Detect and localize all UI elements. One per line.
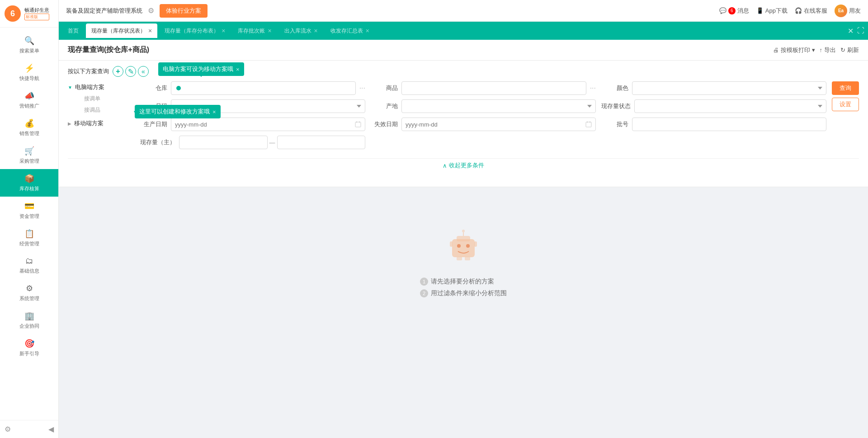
empty-state: 1 请先选择要分析的方案 2 用过滤条件来缩小分析范围 <box>59 187 868 337</box>
stock-status-select[interactable] <box>634 99 826 113</box>
add-scheme-button[interactable]: + <box>113 66 123 77</box>
svg-rect-1 <box>457 236 470 241</box>
filter-row-3: 生产日期 失效日期 批号 <box>140 118 826 131</box>
collapse-sidebar-icon[interactable]: ◀ <box>48 425 54 433</box>
tab-batch[interactable]: 库存批次账 × <box>232 24 277 38</box>
goods-input[interactable] <box>401 81 586 95</box>
tab-close-inout[interactable]: × <box>314 27 318 34</box>
guide-icon: 🎯 <box>24 339 34 349</box>
sidebar-item-enterprise[interactable]: 🏢 企业协同 <box>0 306 58 334</box>
filter-batch: 批号 <box>601 118 826 131</box>
tab-home[interactable]: 首页 <box>62 24 84 38</box>
filter-expire-date: 失效日期 <box>371 118 596 131</box>
experience-button[interactable]: 体验行业方案 <box>160 4 208 18</box>
sidebar-item-operation[interactable]: 📋 经营管理 <box>0 224 58 252</box>
main-area: 装备及固定资产辅助管理系统 ⚙ 体验行业方案 💬 6 消息 📱 App下载 🎧 … <box>59 0 868 438</box>
batch-input[interactable] <box>632 118 826 131</box>
tooltip-scheme-close[interactable]: × <box>236 66 240 73</box>
filter-btn-group: + ✎ « <box>113 66 149 77</box>
tooltip-create-close[interactable]: × <box>212 108 216 115</box>
search-button[interactable]: 查询 <box>832 81 859 95</box>
scheme-mobile[interactable]: ▶ 移动端方案 <box>68 118 131 129</box>
stock-qty-min[interactable] <box>179 136 268 149</box>
online-service-item[interactable]: 🎧 在线客服 <box>795 7 827 15</box>
origin-label: 产地 <box>371 102 398 110</box>
batch-label: 批号 <box>601 120 628 128</box>
tooltip-scheme: 电脑方案可设为移动方案哦 × <box>158 62 244 76</box>
message-icon: 💬 <box>719 7 726 14</box>
printer-icon: 🖨 <box>773 47 779 53</box>
edit-scheme-button[interactable]: ✎ <box>125 66 136 77</box>
goods-label: 商品 <box>371 84 398 92</box>
sidebar-item-system[interactable]: ⚙ 系统管理 <box>0 279 58 306</box>
sidebar-item-guide[interactable]: 🎯 新手引导 <box>0 334 58 362</box>
quick-icon: ⚡ <box>24 63 34 73</box>
tab-close-batch[interactable]: × <box>268 27 271 34</box>
sidebar-item-sales[interactable]: 💰 销售管理 <box>0 114 58 141</box>
svg-rect-6 <box>457 257 462 260</box>
sidebar-item-inventory[interactable]: 📦 库存核算 <box>0 169 58 197</box>
produce-date-label: 生产日期 <box>140 120 167 128</box>
stock-status-label: 现存量状态 <box>601 102 631 110</box>
arrow-left-button[interactable]: « <box>138 66 149 77</box>
color-select[interactable] <box>632 81 826 95</box>
tabs-bar: 首页 现存量（库存状况表） × 现存量（库存分布表） × 库存批次账 × 出入库… <box>59 22 868 40</box>
stock-qty-max[interactable] <box>277 136 366 149</box>
filter-origin: 产地 <box>371 99 596 113</box>
finance-icon: 💳 <box>24 201 34 211</box>
scheme-item-1[interactable]: 接调单 <box>77 93 131 104</box>
settings-icon[interactable]: ⚙ <box>148 6 154 15</box>
svg-point-9 <box>462 230 465 232</box>
sidebar-item-marketing[interactable]: 📣 营销推广 <box>0 86 58 114</box>
tab-close-all-icon[interactable]: ✕ <box>848 27 854 35</box>
expire-date-label: 失效日期 <box>371 120 398 128</box>
warehouse-label: 仓库 <box>140 84 167 92</box>
produce-date-input[interactable] <box>171 118 365 131</box>
inventory-icon: 📦 <box>24 174 34 184</box>
svg-point-2 <box>457 244 461 248</box>
tab-inout[interactable]: 出入库流水 × <box>279 24 323 38</box>
sidebar-footer: ⚙ ◀ <box>0 420 58 438</box>
scheme-desktop[interactable]: ▼ 电脑端方案 <box>68 81 131 93</box>
filter-row-2: 尺码 产地 <box>140 99 826 113</box>
tab-close-inventory-dist[interactable]: × <box>222 27 225 34</box>
refresh-button[interactable]: ↻ 刷新 <box>840 46 859 54</box>
collapse-button[interactable]: ∧ 收起更多条件 <box>68 158 859 172</box>
topbar: 装备及固定资产辅助管理系统 ⚙ 体验行业方案 💬 6 消息 📱 App下载 🎧 … <box>59 0 868 22</box>
sidebar-item-purchase[interactable]: 🛒 采购管理 <box>0 141 58 169</box>
expire-date-input[interactable] <box>401 118 596 131</box>
sidebar-item-basic[interactable]: 🗂 基础信息 <box>0 252 58 279</box>
tab-inventory-dist[interactable]: 现存量（库存分布表） × <box>159 24 231 38</box>
origin-select[interactable] <box>401 99 596 113</box>
tab-close-inventory-status[interactable]: × <box>148 27 152 34</box>
tab-receivable[interactable]: 收发存汇总表 × <box>325 24 375 38</box>
reset-button[interactable]: 设置 <box>832 98 859 111</box>
range-separator: — <box>269 139 275 146</box>
phone-icon: 📱 <box>756 7 764 14</box>
warehouse-input[interactable] <box>171 81 356 95</box>
marketing-icon: 📣 <box>24 91 34 101</box>
app-download-item[interactable]: 📱 App下载 <box>756 7 788 15</box>
tab-inventory-status[interactable]: 现存量（库存状况表） × <box>86 24 157 38</box>
sidebar-item-finance[interactable]: 💳 资金管理 <box>0 197 58 224</box>
filter-area: 按以下方案查询 + ✎ « 电脑方案可设为移动方案哦 × <box>59 61 868 187</box>
warehouse-more-icon[interactable]: ··· <box>359 84 365 92</box>
tab-fullscreen-icon[interactable]: ⛶ <box>857 27 864 35</box>
sidebar-item-quick[interactable]: ⚡ 快捷导航 <box>0 59 58 86</box>
refresh-icon: ↻ <box>840 47 845 53</box>
topbar-right: 💬 6 消息 📱 App下载 🎧 在线客服 Ea 用友 <box>719 5 861 17</box>
page-header: 现存量查询(按仓库+商品) 🖨 按模板打印 ▾ ↑ 导出 ↻ 刷新 <box>59 40 868 61</box>
empty-tip-2: 2 用过滤条件来缩小分析范围 <box>420 289 507 297</box>
sidebar-item-search[interactable]: 🔍 搜索菜单 <box>0 31 58 59</box>
settings-footer-icon[interactable]: ⚙ <box>5 425 11 433</box>
user-item[interactable]: Ea 用友 <box>835 5 861 17</box>
svg-rect-7 <box>465 257 470 260</box>
export-button[interactable]: ↑ 导出 <box>820 46 836 54</box>
template-print-button[interactable]: 🖨 按模板打印 ▾ <box>773 46 815 54</box>
goods-more-icon[interactable]: ··· <box>590 84 596 92</box>
logo-icon: 6 <box>5 5 21 22</box>
message-item[interactable]: 💬 6 消息 <box>719 7 749 15</box>
scheme-item-2[interactable]: 接调品 <box>77 104 131 116</box>
sidebar-nav: 🔍 搜索菜单 ⚡ 快捷导航 📣 营销推广 💰 销售管理 🛒 采购管理 📦 <box>0 28 58 420</box>
tab-close-receivable[interactable]: × <box>366 27 369 34</box>
